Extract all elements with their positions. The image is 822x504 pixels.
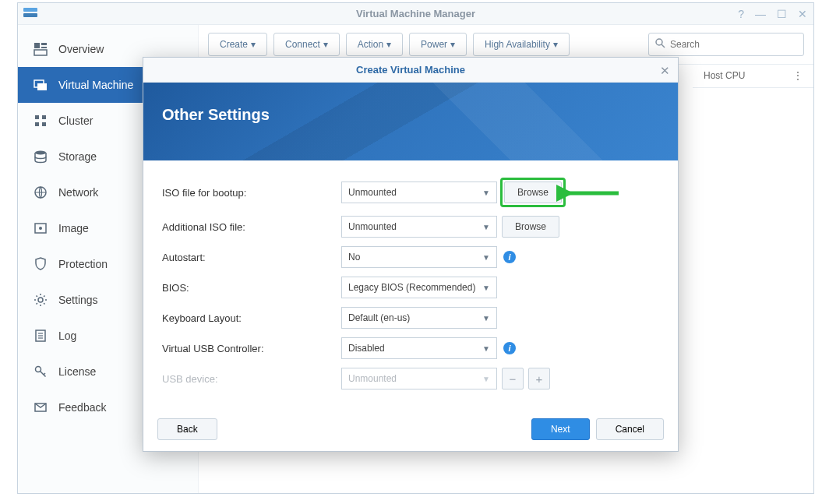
svg-rect-0 [23, 8, 37, 12]
chevron-down-icon: ▾ [386, 39, 391, 50]
label-iso-additional: Additional ISO file: [162, 221, 341, 233]
modal-body: ISO file for bootup: Unmounted▼ Browse A… [143, 160, 678, 404]
sidebar-item-label: License [58, 365, 96, 378]
window-title: Virtual Machine Manager [356, 8, 475, 19]
app-icon [23, 6, 38, 20]
more-icon[interactable]: ⋮ [793, 70, 803, 81]
cluster-icon [34, 114, 48, 128]
row-usb-device: USB device: Unmounted▼ − + [162, 368, 659, 389]
chevron-down-icon: ▼ [482, 223, 490, 231]
chevron-down-icon: ▼ [482, 253, 490, 262]
svg-rect-2 [34, 43, 40, 48]
maximize-icon[interactable]: ☐ [777, 8, 787, 20]
add-usb-button[interactable]: + [528, 368, 550, 389]
select-keyboard[interactable]: Default (en-us)▼ [341, 307, 497, 329]
row-bios: BIOS: Legacy BIOS (Recommended)▼ [162, 277, 659, 298]
modal-titlebar: Create Virtual Machine ✕ [143, 58, 678, 83]
sidebar-item-label: Virtual Machine [58, 79, 133, 91]
key-icon [34, 365, 48, 379]
help-icon[interactable]: ? [738, 8, 744, 20]
svg-point-21 [36, 367, 41, 372]
close-icon[interactable]: ✕ [798, 8, 807, 20]
shield-icon [34, 257, 48, 271]
svg-rect-10 [35, 122, 39, 126]
label-keyboard: Keyboard Layout: [162, 312, 341, 324]
svg-point-16 [38, 298, 43, 302]
sidebar-item-label: Feedback [58, 401, 106, 414]
envelope-icon [34, 400, 48, 414]
svg-rect-4 [41, 47, 47, 48]
remove-usb-button[interactable]: − [502, 368, 524, 389]
sidebar-item-label: Network [58, 186, 98, 199]
next-button[interactable]: Next [531, 418, 590, 440]
select-bios[interactable]: Legacy BIOS (Recommended)▼ [341, 277, 497, 298]
storage-icon [34, 150, 48, 164]
browse-iso-bootup-button[interactable]: Browse [504, 182, 562, 203]
svg-point-12 [35, 151, 46, 155]
row-autostart: Autostart: No▼ i [162, 246, 659, 268]
network-icon [34, 185, 48, 199]
row-iso-bootup: ISO file for bootup: Unmounted▼ Browse [162, 178, 659, 207]
titlebar: Virtual Machine Manager ? — ☐ ✕ [18, 3, 813, 25]
power-button[interactable]: Power▾ [409, 33, 467, 56]
gear-icon [34, 293, 48, 307]
dashboard-icon [34, 42, 48, 56]
search-input[interactable] [670, 39, 797, 50]
svg-rect-7 [37, 83, 47, 90]
window-controls: ? — ☐ ✕ [738, 8, 807, 20]
chevron-down-icon: ▼ [482, 375, 490, 383]
modal-banner: Other Settings [143, 83, 678, 160]
modal-footer: Back Next Cancel [143, 407, 678, 451]
col-hostcpu: Host CPU [704, 70, 745, 81]
info-icon[interactable]: i [503, 251, 516, 263]
row-usb-controller: Virtual USB Controller: Disabled▼ i [162, 337, 659, 359]
sidebar-item-label: Protection [58, 258, 108, 270]
chevron-down-icon: ▼ [482, 344, 490, 353]
sidebar-item-label: Settings [58, 294, 98, 306]
row-iso-additional: Additional ISO file: Unmounted▼ Browse [162, 216, 659, 238]
sidebar-item-label: Overview [58, 43, 104, 55]
sidebar-item-label: Cluster [58, 115, 93, 127]
sidebar-item-label: Log [58, 330, 76, 342]
select-usb-controller[interactable]: Disabled▼ [341, 337, 497, 359]
chevron-down-icon: ▾ [450, 39, 455, 50]
search-box[interactable] [648, 33, 804, 56]
browse-iso-additional-button[interactable]: Browse [502, 216, 559, 238]
select-iso-additional[interactable]: Unmounted▼ [341, 216, 497, 238]
svg-point-15 [39, 227, 42, 230]
action-button[interactable]: Action▾ [346, 33, 403, 56]
svg-point-23 [656, 39, 662, 45]
label-autostart: Autostart: [162, 252, 341, 263]
chevron-down-icon: ▾ [323, 39, 328, 50]
table-header: Host CPU ⋮ [693, 64, 813, 88]
ha-button[interactable]: High Availability▾ [473, 33, 570, 56]
svg-rect-5 [34, 50, 47, 55]
row-keyboard: Keyboard Layout: Default (en-us)▼ [162, 307, 659, 329]
create-vm-modal: Create Virtual Machine ✕ Other Settings … [143, 57, 679, 452]
modal-close-icon[interactable]: ✕ [660, 64, 670, 78]
highlight-annotation: Browse [500, 178, 566, 207]
cancel-button[interactable]: Cancel [596, 418, 664, 440]
log-icon [34, 329, 48, 343]
svg-rect-9 [42, 115, 46, 119]
modal-title: Create Virtual Machine [356, 64, 465, 76]
select-autostart[interactable]: No▼ [341, 246, 497, 268]
svg-rect-3 [41, 43, 47, 45]
label-usb-device: USB device: [162, 373, 341, 385]
search-icon [655, 37, 665, 51]
chevron-down-icon: ▾ [251, 39, 256, 50]
chevron-down-icon: ▼ [482, 189, 490, 197]
select-iso-bootup[interactable]: Unmounted▼ [341, 182, 497, 203]
label-usb-controller: Virtual USB Controller: [162, 343, 341, 354]
create-button[interactable]: Create▾ [208, 33, 267, 56]
info-icon[interactable]: i [503, 342, 516, 354]
connect-button[interactable]: Connect▾ [273, 33, 340, 56]
label-iso-bootup: ISO file for bootup: [162, 187, 341, 199]
label-bios: BIOS: [162, 282, 341, 294]
svg-rect-1 [23, 13, 37, 17]
svg-line-24 [661, 44, 665, 48]
select-usb-device: Unmounted▼ [341, 368, 497, 389]
back-button[interactable]: Back [157, 418, 217, 440]
svg-rect-8 [35, 115, 39, 119]
minimize-icon[interactable]: — [755, 8, 766, 20]
